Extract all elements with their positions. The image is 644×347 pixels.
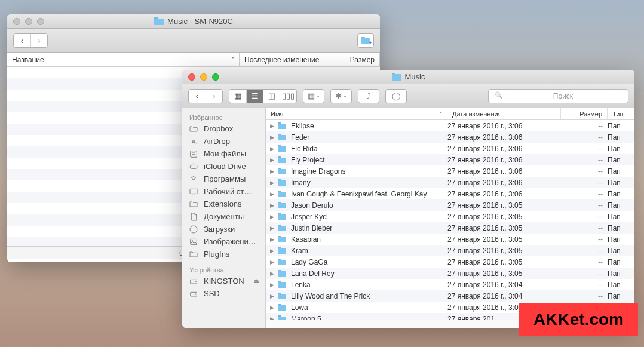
disclosure-triangle-icon[interactable]: ▶ <box>266 202 278 208</box>
search-input[interactable] <box>488 89 628 103</box>
sidebar-item--[interactable]: Изображени… <box>182 235 265 248</box>
disclosure-triangle-icon[interactable]: ▶ <box>266 180 278 186</box>
zoom-button[interactable] <box>212 73 219 81</box>
back-button[interactable]: ‹ <box>14 34 30 47</box>
file-row[interactable]: ▶Justin Bieber27 января 2016 г., 3:05--П… <box>266 222 634 234</box>
file-type: Пап <box>608 122 634 130</box>
disclosure-triangle-icon[interactable]: ▶ <box>266 225 278 231</box>
file-row[interactable]: ▶Imany27 января 2016 г., 3:06--Пап <box>266 177 634 188</box>
disclosure-triangle-icon[interactable]: ▶ <box>266 282 278 288</box>
docs-icon <box>188 212 199 221</box>
file-list[interactable]: ▶Eklipse27 января 2016 г., 3:06--Пап▶Fed… <box>266 120 634 320</box>
folder-icon <box>278 134 291 140</box>
window-title: Music - SM-N920C <box>7 17 380 26</box>
file-row[interactable]: ▶Kasabian27 января 2016 г., 3:05--Пап <box>266 234 634 245</box>
file-type: Пап <box>608 190 634 198</box>
file-modified: 27 января 2016 г., 3:05 <box>447 213 561 221</box>
column-modified[interactable]: Последнее изменение <box>240 53 335 66</box>
eject-icon[interactable]: ⏏ <box>253 277 259 285</box>
file-size: -- <box>561 235 608 244</box>
disclosure-triangle-icon[interactable]: ▶ <box>266 293 278 299</box>
file-type: Пап <box>608 133 634 142</box>
column-name[interactable]: Имя <box>266 108 447 119</box>
disclosure-triangle-icon[interactable]: ▶ <box>266 123 278 129</box>
file-modified: 27 января 2016 г., 3:06 <box>447 179 561 187</box>
action-button[interactable]: ✱⌄ <box>330 89 352 103</box>
sidebar-item-extensions[interactable]: Extensions <box>182 198 265 210</box>
file-row[interactable]: ▶Jesper Kyd27 января 2016 г., 3:05--Пап <box>266 211 634 222</box>
zoom-button[interactable] <box>37 18 44 25</box>
column-size[interactable]: Размер <box>335 53 380 66</box>
gallery-view-button[interactable]: ▯▯▯ <box>280 90 296 103</box>
file-row[interactable]: ▶Feder27 января 2016 г., 3:06--Пап <box>266 131 634 143</box>
file-row[interactable]: ▶Fly Project27 января 2016 г., 3:06--Пап <box>266 154 634 165</box>
disclosure-triangle-icon[interactable]: ▶ <box>266 305 278 311</box>
arrange-button[interactable]: ▦⌄ <box>303 89 324 103</box>
close-button[interactable] <box>188 73 195 81</box>
file-row[interactable]: ▶Jason Derulo27 января 2016 г., 3:05--Па… <box>266 199 634 211</box>
file-row[interactable]: ▶Eklipse27 января 2016 г., 3:06--Пап <box>266 120 634 131</box>
titlebar[interactable]: Music - SM-N920C <box>7 14 380 29</box>
folder-icon <box>188 199 199 208</box>
sidebar-item-label: Загрузки <box>204 225 235 234</box>
minimize-button[interactable] <box>200 73 207 81</box>
new-folder-button[interactable]: + <box>357 33 374 48</box>
file-size: -- <box>561 179 608 187</box>
file-row[interactable]: ▶Lenka27 января 2016 г., 3:04--Пап <box>266 279 634 290</box>
traffic-lights <box>13 18 44 25</box>
disclosure-triangle-icon[interactable]: ▶ <box>266 191 278 197</box>
icon-view-button[interactable]: ▦ <box>229 90 246 103</box>
file-size: -- <box>561 201 608 210</box>
file-type: Пап <box>608 247 634 255</box>
file-name: Imagine Dragons <box>291 167 447 176</box>
close-button[interactable] <box>13 18 20 25</box>
disclosure-triangle-icon[interactable]: ▶ <box>266 259 278 265</box>
disclosure-triangle-icon[interactable]: ▶ <box>266 168 278 174</box>
disclosure-triangle-icon[interactable]: ▶ <box>266 248 278 254</box>
sidebar-item--[interactable]: Загрузки <box>182 223 265 235</box>
sidebar-item-plugins[interactable]: PlugIns <box>182 248 265 260</box>
list-view-button[interactable]: ☰ <box>246 90 263 103</box>
sidebar-item--[interactable]: Мои файлы <box>182 148 265 160</box>
file-row[interactable]: ▶Flo Rida27 января 2016 г., 3:06--Пап <box>266 143 634 154</box>
file-row[interactable]: ▶Lady GaGa27 января 2016 г., 3:05--Пап <box>266 256 634 268</box>
file-row[interactable]: ▶Ivan Gough & Feenixpawl feat. Georgi Ka… <box>266 188 634 199</box>
sidebar-item--[interactable]: Документы <box>182 210 265 223</box>
column-modified[interactable]: Дата изменения <box>447 108 561 119</box>
disclosure-triangle-icon[interactable]: ▶ <box>266 157 278 163</box>
svg-point-9 <box>195 294 196 294</box>
tags-button[interactable]: ◯ <box>385 89 407 103</box>
sidebar-item-dropbox[interactable]: Dropbox <box>182 122 265 135</box>
file-modified: 27 января 2016 г., 3:05 <box>447 224 561 232</box>
column-name[interactable]: Название <box>7 53 240 66</box>
file-name: Kram <box>291 247 447 255</box>
disclosure-triangle-icon[interactable]: ▶ <box>266 214 278 220</box>
disclosure-triangle-icon[interactable]: ▶ <box>266 134 278 140</box>
file-row[interactable]: ▶Imagine Dragons27 января 2016 г., 3:06-… <box>266 165 634 177</box>
file-row[interactable]: ▶Lana Del Rey27 января 2016 г., 3:05--Па… <box>266 268 634 279</box>
sidebar-device-ssd[interactable]: SSD <box>182 287 265 300</box>
back-button[interactable]: ‹ <box>189 90 206 103</box>
disclosure-triangle-icon[interactable]: ▶ <box>266 271 278 277</box>
column-view-button[interactable]: ◫ <box>263 90 280 103</box>
file-row[interactable]: ▶Lilly Wood and The Prick27 января 2016 … <box>266 290 634 302</box>
sidebar-item-airdrop[interactable]: AirDrop <box>182 135 265 148</box>
minimize-button[interactable] <box>25 18 32 25</box>
share-button[interactable]: ⤴ <box>358 89 379 103</box>
folder-icon <box>278 122 291 129</box>
file-size: -- <box>561 247 608 255</box>
disclosure-triangle-icon[interactable]: ▶ <box>266 237 278 242</box>
titlebar[interactable]: Music <box>182 70 634 84</box>
column-type[interactable]: Тип <box>608 108 634 119</box>
file-row[interactable]: ▶Kram27 января 2016 г., 3:05--Пап <box>266 245 634 256</box>
column-size[interactable]: Размер <box>561 108 608 119</box>
disclosure-triangle-icon[interactable]: ▶ <box>266 146 278 152</box>
forward-button[interactable]: › <box>30 34 47 47</box>
sidebar-item-icloud-drive[interactable]: iCloud Drive <box>182 160 265 173</box>
sidebar-device-kingston[interactable]: KINGSTON⏏ <box>182 275 265 287</box>
forward-button[interactable]: › <box>206 90 222 103</box>
sidebar-item--[interactable]: Программы <box>182 173 265 185</box>
folder-icon <box>278 281 291 288</box>
folder-icon <box>278 179 291 186</box>
sidebar-item--[interactable]: Рабочий ст… <box>182 185 265 198</box>
